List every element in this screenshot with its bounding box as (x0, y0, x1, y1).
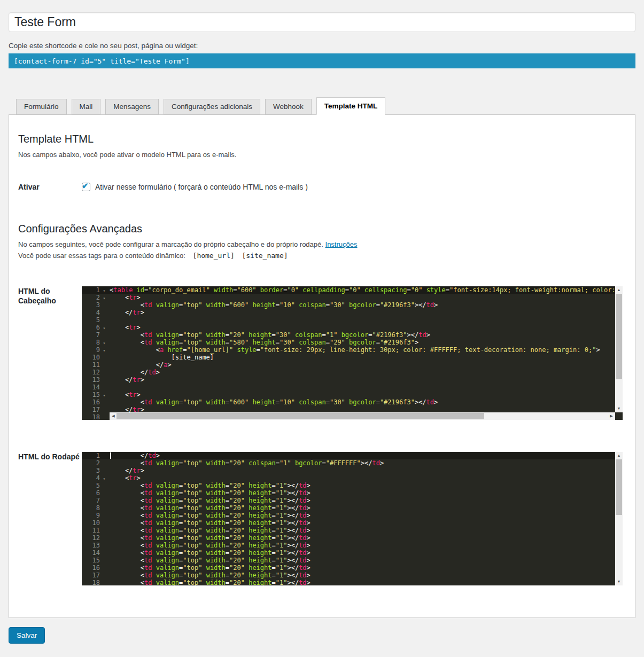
line-number: 12 (82, 534, 110, 542)
activate-checkbox-wrap[interactable]: ✔ Ativar nesse formulário ( forçará o co… (82, 182, 308, 192)
save-button[interactable]: Salvar (9, 627, 45, 644)
code-line: 2▾ <tr> (82, 294, 615, 301)
code-text: <td valign="top" width="20" height="1"><… (110, 489, 311, 497)
dynamic-tags-hint-text: Você pode usar essas tags para o conteúd… (18, 252, 185, 260)
code-line: 10 [site_name] (82, 354, 615, 361)
code-line: 11 </a> (82, 361, 615, 369)
line-number: 13 (82, 542, 110, 549)
line-number: 18 (82, 413, 110, 420)
code-text: <td valign="top" width="20" height="1"><… (110, 497, 311, 504)
activate-checkbox-label: Ativar nesse formulário ( forçará o cont… (95, 183, 308, 191)
scroll-up-arrow-icon[interactable]: ▲ (615, 452, 623, 459)
footer-editor-label: HTML do Rodapé (18, 452, 82, 585)
hscroll-thumb[interactable] (117, 413, 484, 419)
code-line: 14 (82, 384, 615, 391)
line-number: 9 (82, 512, 110, 519)
code-line: 18 <td valign="top" width="20" height="1… (82, 579, 615, 585)
code-text: <td valign="top" width="600" height="10"… (110, 301, 438, 309)
line-number: 8 (82, 504, 110, 512)
vscroll-thumb[interactable] (616, 294, 622, 379)
code-text: <td valign="top" width="20" height="1"><… (110, 572, 311, 579)
line-number: 16 (82, 398, 110, 406)
checkmark-icon: ✔ (82, 182, 89, 190)
scroll-up-arrow-icon[interactable]: ▲ (615, 287, 623, 293)
line-number: 14 (82, 549, 110, 557)
tab-bar: FormulárioMailMensagensConfigurações adi… (16, 97, 635, 114)
header-editor-row: HTML do Cabeçalho 1▾<table id="corpo_do_… (18, 286, 626, 420)
code-text: <td valign="top" width="580" height="30"… (110, 339, 418, 346)
tab-formulario[interactable]: Formulário (16, 99, 67, 115)
code-text: <td valign="top" width="20" height="1"><… (110, 504, 311, 512)
code-text: <td valign="top" width="20" height="1"><… (110, 534, 311, 542)
code-line: 7 <td valign="top" width="20" height="1"… (82, 497, 615, 504)
tab-template-html[interactable]: Template HTML (316, 97, 386, 115)
advanced-description: No campos seguintes, você pode configura… (18, 240, 626, 248)
line-number: 11 (82, 527, 110, 534)
shortcode-value-box[interactable]: [contact-form-7 id="5" title="Teste Form… (9, 53, 635, 68)
code-line: 6▾ <tr> (82, 324, 615, 331)
code-text: <tr> (110, 294, 141, 301)
footer-editor-vscrollbar[interactable]: ▲ ▼ (615, 452, 623, 585)
line-number: 17 (82, 572, 110, 579)
code-text: </td> (110, 369, 160, 376)
line-number: 4 (82, 309, 110, 316)
tab-mensagens[interactable]: Mensagens (105, 99, 159, 115)
line-number: 1 (82, 452, 110, 459)
scrollbar-corner (615, 412, 623, 420)
scroll-down-arrow-icon[interactable]: ▼ (615, 405, 623, 412)
code-text: </a> (110, 361, 172, 369)
code-line: 4▾ <tr> (82, 474, 615, 482)
line-number: 10 (82, 354, 110, 361)
scroll-right-arrow-icon[interactable]: ▶ (608, 412, 615, 420)
line-number: 7 (82, 497, 110, 504)
code-line: 8 <td valign="top" width="20" height="1"… (82, 504, 615, 512)
line-number: 14 (82, 384, 110, 391)
line-number: 2 (82, 459, 110, 467)
code-line: 9▾ <a href="[home_url]" style="font-size… (82, 346, 615, 354)
form-title-input[interactable] (9, 12, 635, 32)
code-line: 6 <td valign="top" width="20" height="1"… (82, 489, 615, 497)
footer-html-editor[interactable]: 1 </td>2 <td valign="top" width="20" col… (82, 452, 623, 585)
line-number: 5 (82, 482, 110, 489)
header-editor-vscrollbar[interactable]: ▲ ▼ (615, 286, 623, 412)
code-line: 13 <td valign="top" width="20" height="1… (82, 542, 615, 549)
line-number: 6 (82, 489, 110, 497)
code-line: 11 <td valign="top" width="20" height="1… (82, 527, 615, 534)
advanced-heading: Configurações Avançadas (18, 223, 626, 235)
panel-heading: Template HTML (18, 133, 626, 145)
code-line: 5 (82, 316, 615, 324)
tab-mail[interactable]: Mail (72, 99, 101, 115)
header-code-area[interactable]: 1▾<table id="corpo_do_email" width="600"… (82, 286, 615, 420)
vscroll-thumb[interactable] (616, 459, 622, 515)
line-number: 5 (82, 316, 110, 324)
header-editor-hscrollbar[interactable]: ◀ ▶ (110, 412, 615, 420)
tab-configuracoes-adicionais[interactable]: Configurações adicionais (164, 99, 260, 115)
scroll-left-arrow-icon[interactable]: ◀ (110, 412, 117, 420)
code-text: <tr> (110, 474, 141, 482)
code-line: 16 <td valign="top" width="600" height="… (82, 398, 615, 406)
code-text: <td valign="top" width="20" height="1"><… (110, 557, 311, 564)
code-text: <td valign="top" width="20" height="1"><… (110, 549, 311, 557)
dynamic-tags-hint: Você pode usar essas tags para o conteúd… (18, 252, 626, 260)
tab-webhook[interactable]: Webhook (265, 99, 312, 115)
code-line: 1 </td> (82, 452, 615, 459)
header-html-editor[interactable]: 1▾<table id="corpo_do_email" width="600"… (82, 286, 623, 420)
instructions-link[interactable]: Instruções (325, 240, 358, 248)
code-text: <td valign="top" width="20" height="1"><… (110, 482, 311, 489)
code-line: 3 <td valign="top" width="600" height="1… (82, 301, 615, 309)
header-editor-label: HTML do Cabeçalho (18, 286, 82, 420)
activate-checkbox[interactable]: ✔ (82, 183, 90, 191)
line-number: 3 (82, 301, 110, 309)
code-text: <td valign="top" width="20" height="1"><… (110, 512, 311, 519)
line-number: 17 (82, 406, 110, 413)
code-line: 15 <td valign="top" width="20" height="1… (82, 557, 615, 564)
template-html-panel: Template HTML Nos campos abaixo, você po… (9, 114, 635, 618)
code-line: 5 <td valign="top" width="20" height="1"… (82, 482, 615, 489)
code-text: <td valign="top" width="600" height="10"… (110, 398, 438, 406)
code-text: <td valign="top" width="20" colspan="1" … (110, 459, 384, 467)
code-text: </tr> (110, 376, 144, 384)
footer-code-area[interactable]: 1 </td>2 <td valign="top" width="20" col… (82, 452, 615, 585)
line-number: 13 (82, 376, 110, 384)
scroll-down-arrow-icon[interactable]: ▼ (615, 578, 623, 585)
code-line: 1▾<table id="corpo_do_email" width="600"… (82, 286, 615, 294)
